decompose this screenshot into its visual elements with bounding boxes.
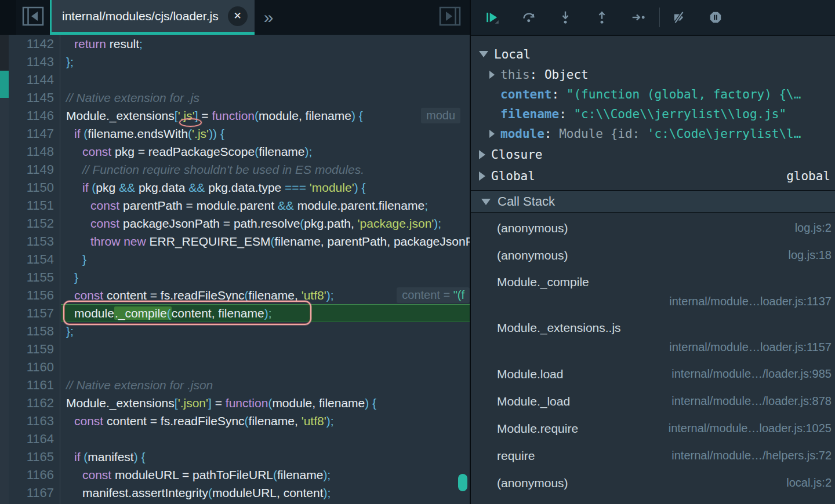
code-line[interactable]: // Function require shouldn't be used in… [61,160,470,178]
code-line[interactable]: const moduleURL = pathToFileURL(filename… [61,466,470,484]
step-over-button[interactable] [521,10,536,25]
gutter-line-number[interactable]: 1164 [9,430,60,448]
code-line[interactable]: } [61,502,470,504]
code-line[interactable]: manifest.assertIntegrity(moduleURL, cont… [61,484,470,502]
gutter-line-number[interactable]: 1162 [9,394,60,412]
code-line[interactable]: // Native extension for .js [61,89,470,107]
code-line[interactable] [61,71,470,89]
code-line[interactable]: const content = fs.readFileSync(filename… [61,412,470,430]
pause-on-exceptions-button[interactable] [708,10,723,25]
code-token: 'utf8' [302,288,326,302]
code-line[interactable]: } [61,268,470,286]
code-token: moduleURL = pathToFileURL [115,468,273,481]
call-stack-frame[interactable]: (anonymous)log.js:2 [471,214,835,242]
toggle-left-panel-button[interactable] [16,0,50,35]
call-stack-frame[interactable]: Module._extensions..jsinternal/module…lo… [471,315,835,360]
call-stack-frame[interactable]: Module._loadinternal/module…/loader.js:8… [471,388,835,415]
gutter-line-number[interactable]: 1149 [9,160,60,178]
expand-arrow-icon[interactable] [489,130,495,138]
code-line[interactable]: }; [61,322,470,340]
gutter-line-number[interactable]: 1165 [9,448,60,466]
scope-section-global[interactable]: Globalglobal [471,165,835,187]
gutter-line-number[interactable]: 1153 [9,232,60,250]
editor-scrollbar-thumb[interactable] [458,474,467,491]
code-token: ] [195,109,198,122]
call-stack-frame[interactable]: requireinternal/module…/helpers.js:72 [471,442,835,469]
call-stack-header[interactable]: Call Stack [471,190,835,213]
code-line[interactable]: }; [61,53,470,71]
code-line[interactable]: } [61,250,470,268]
gutter-line-number[interactable]: 1157 [9,304,60,322]
scope-variable-row[interactable]: module: Module {id: 'c:\Code\jerrylist\l… [471,124,835,144]
scope-variable-row[interactable]: content: "(function (global, factory) {\… [471,85,835,104]
scope-value-part: module [500,127,544,141]
code-line[interactable]: Module._extensions['.json'] = function(m… [61,394,470,412]
toggle-right-panel-button[interactable] [438,0,470,35]
code-line[interactable]: const packageJsonPath = path.resolve(pkg… [61,214,470,232]
gutter-line-number[interactable]: 1152 [9,214,60,232]
call-stack-frame[interactable]: Module._compileinternal/module…loader.js… [471,269,835,315]
gutter-line-number[interactable]: 1154 [9,250,60,268]
code-line[interactable] [61,358,470,376]
code-line[interactable]: const content = fs.readFileSync(filename… [61,286,470,304]
gutter-line-number[interactable]: 1144 [9,71,60,89]
gutter-line-number[interactable]: 1168 [9,502,60,504]
code-line[interactable]: throw new ERR_REQUIRE_ESM(filename, pare… [61,232,470,250]
code-line[interactable]: const parentPath = module.parent && modu… [61,196,470,214]
tab-close-button[interactable]: ✕ [228,6,248,26]
gutter-line-number[interactable]: 1150 [9,178,60,196]
code-line[interactable]: module._compile(content, filename); [61,304,470,322]
gutter-line-number[interactable]: 1155 [9,268,60,286]
code-line[interactable]: if (filename.endsWith('.js')) { [61,125,470,143]
scope-variable-row[interactable]: this: Object [471,65,835,85]
scope-variable-row[interactable]: filename: "c:\\Code\\jerrylist\\log.js" [471,104,835,124]
gutter-line-number[interactable]: 1166 [9,466,60,484]
resume-button[interactable] [485,10,500,25]
step-button[interactable] [631,10,646,25]
gutter-line-number[interactable]: 1146 [9,107,60,125]
gutter-line-number[interactable]: 1142 [9,35,60,53]
code-line[interactable]: return result; [61,35,470,53]
gutter-line-number[interactable]: 1148 [9,143,60,160]
tab-loader-js[interactable]: internal/modules/cjs/loader.js ✕ [50,0,255,35]
expand-arrow-icon[interactable] [489,71,495,79]
gutter-line-number[interactable]: 1147 [9,125,60,143]
gutter-line-number[interactable]: 1163 [9,412,60,430]
scope-value-part: Object [544,68,589,82]
code-line[interactable] [61,430,470,448]
more-tabs-button[interactable]: » [255,0,283,35]
code-line[interactable]: if (pkg && pkg.data && pkg.data.type ===… [61,178,470,196]
gutter-line-number[interactable]: 1151 [9,196,60,214]
call-stack-frame[interactable]: (anonymous)log.js:18 [471,242,835,269]
scope-section-closure[interactable]: Closure [471,144,835,165]
gutter-line-number[interactable]: 1158 [9,322,60,340]
gutter-line-number[interactable]: 1161 [9,376,60,394]
code-line[interactable]: if (manifest) { [61,448,470,466]
code-editor[interactable]: 1142114311441145114611471148114911501151… [0,35,470,504]
scope-section-value: global [786,169,835,183]
step-out-button[interactable] [594,10,609,25]
call-stack-title: Call Stack [498,194,555,209]
call-stack-frame[interactable]: Module.requireinternal/module…loader.js:… [471,415,835,442]
frame-function-name: Module.require [497,422,578,436]
gutter-line-number[interactable]: 1159 [9,340,60,358]
code-line[interactable]: Module._extensions['.js'] = function(mod… [61,107,470,125]
gutter-line-number[interactable]: 1167 [9,484,60,502]
gutter-line-number[interactable]: 1156 [9,286,60,304]
scope-section-local[interactable]: Local [471,43,835,65]
code-token: Module._extensions [66,396,175,410]
call-stack-frame[interactable]: Module.loadinternal/module…/loader.js:98… [471,360,835,388]
expand-arrow-icon [479,150,485,159]
code-line[interactable]: const pkg = readPackageScope(filename); [61,143,470,160]
gutter-line-number[interactable]: 1143 [9,53,60,71]
code-token: 'module' [310,181,354,194]
deactivate-breakpoints-button[interactable] [671,10,687,25]
call-stack-frame[interactable]: (anonymous)local.js:2 [471,469,835,496]
code-line[interactable] [61,340,470,358]
code-token: manifest.assertIntegrity [82,486,208,499]
scope-value-part: content [500,87,552,101]
code-line[interactable]: // Native extension for .json [61,376,470,394]
gutter-line-number[interactable]: 1160 [9,358,60,376]
step-into-button[interactable] [558,10,573,25]
gutter-line-number[interactable]: 1145 [9,89,60,107]
